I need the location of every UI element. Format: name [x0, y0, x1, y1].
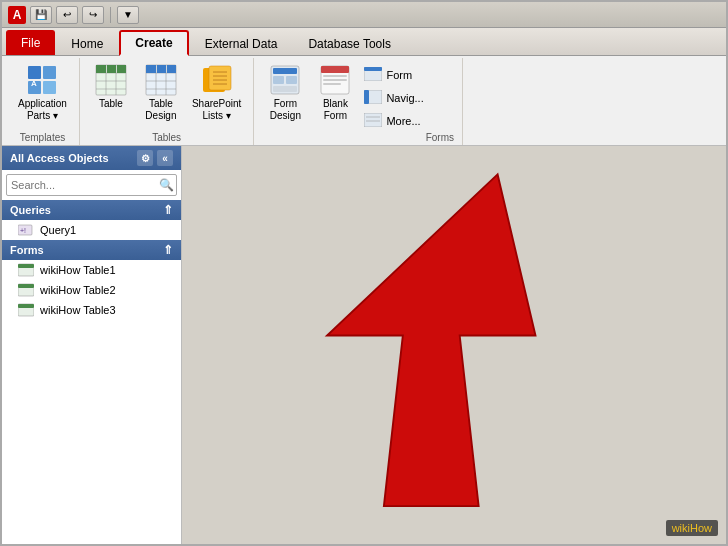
redo-button[interactable]: ↪	[82, 6, 104, 24]
navigation-row-button[interactable]: Navig...	[362, 87, 425, 109]
ribbon-group-templates: A ApplicationParts ▾ Templates	[6, 58, 80, 145]
svg-rect-43	[364, 113, 382, 127]
templates-label: Templates	[20, 132, 66, 143]
svg-rect-13	[117, 65, 126, 73]
app-parts-icon: A	[26, 64, 58, 96]
wikihow-table2-label: wikiHow Table2	[40, 284, 116, 296]
queries-label: Queries	[10, 204, 51, 216]
wikihow-table3-item[interactable]: wikiHow Table3	[2, 300, 181, 320]
tab-database-tools[interactable]: Database Tools	[293, 32, 406, 55]
table-button[interactable]: Table	[88, 62, 134, 112]
svg-rect-36	[323, 75, 347, 77]
table-design-button[interactable]: TableDesign	[138, 62, 184, 124]
blank-form-button[interactable]: BlankForm	[312, 62, 358, 124]
nav-collapse-icon[interactable]: «	[157, 150, 173, 166]
search-bar: 🔍	[6, 174, 177, 196]
queries-section-header[interactable]: Queries ⇑	[2, 200, 181, 220]
form-design-button[interactable]: FormDesign	[262, 62, 308, 124]
nav-pane-header[interactable]: All Access Objects ⚙ «	[2, 146, 181, 170]
forms-nav-label: Forms	[10, 244, 44, 256]
table-label: Table	[99, 98, 123, 110]
sharepoint-lists-button[interactable]: SharePointLists ▾	[188, 62, 245, 124]
blank-form-label: BlankForm	[323, 98, 348, 122]
nav-pane: All Access Objects ⚙ « 🔍 Queries ⇑	[2, 146, 182, 544]
svg-rect-51	[18, 284, 34, 288]
more-forms-icon	[364, 113, 382, 129]
svg-rect-12	[107, 65, 116, 73]
ribbon-group-forms: FormDesign BlankForm	[254, 58, 463, 145]
svg-rect-3	[43, 81, 56, 94]
query1-item[interactable]: +! Query1	[2, 220, 181, 240]
blank-form-icon	[319, 64, 351, 96]
svg-rect-37	[323, 79, 347, 81]
nav-header-label: All Access Objects	[10, 152, 109, 164]
save-button[interactable]: 💾	[30, 6, 52, 24]
search-input[interactable]	[7, 177, 156, 193]
tab-home[interactable]: Home	[56, 32, 118, 55]
form-design-icon	[269, 64, 301, 96]
svg-rect-35	[321, 66, 349, 73]
svg-rect-49	[18, 264, 34, 268]
table-design-icon	[145, 64, 177, 96]
svg-rect-11	[96, 65, 106, 73]
customize-button[interactable]: ▼	[117, 6, 139, 24]
svg-rect-0	[28, 66, 41, 79]
nav-filter-icon[interactable]: ⚙	[137, 150, 153, 166]
search-button[interactable]: 🔍	[156, 175, 176, 195]
svg-rect-22	[167, 65, 176, 73]
navigation-label: Navig...	[386, 92, 423, 104]
undo-button[interactable]: ↩	[56, 6, 78, 24]
svg-rect-1	[43, 66, 56, 79]
more-forms-row-button[interactable]: More...	[362, 110, 425, 132]
form-row-icon	[364, 67, 382, 83]
svg-marker-55	[327, 174, 535, 506]
access-window: A 💾 ↩ ↪ ▼ File Home Create External Data…	[0, 0, 728, 546]
form-label: Form	[386, 69, 412, 81]
forms-section-header[interactable]: Forms ⇑	[2, 240, 181, 260]
app-icon: A	[8, 6, 26, 24]
queries-chevron: ⇑	[163, 203, 173, 217]
separator	[110, 7, 111, 23]
app-parts-button[interactable]: A ApplicationParts ▾	[14, 62, 71, 124]
tab-file[interactable]: File	[6, 30, 55, 55]
svg-rect-30	[273, 68, 297, 74]
content-area: wikiHow	[182, 146, 726, 544]
svg-rect-33	[273, 86, 297, 92]
svg-rect-21	[157, 65, 166, 73]
more-forms-label: More...	[386, 115, 420, 127]
ribbon-body: A ApplicationParts ▾ Templates	[2, 56, 726, 146]
wikihow-prefix: wiki	[672, 522, 690, 534]
tab-external-data[interactable]: External Data	[190, 32, 293, 55]
svg-rect-40	[364, 67, 382, 71]
svg-rect-31	[273, 76, 284, 84]
sharepoint-icon	[201, 64, 233, 96]
forms-group-label: Forms	[426, 130, 454, 145]
wikihow-suffix: How	[690, 522, 712, 534]
form-item-icon-2	[18, 283, 34, 297]
form-item-icon-1	[18, 263, 34, 277]
wikihow-table2-item[interactable]: wikiHow Table2	[2, 280, 181, 300]
svg-rect-24	[209, 66, 231, 90]
tab-create[interactable]: Create	[119, 30, 188, 56]
form-row-button[interactable]: Form	[362, 64, 425, 86]
forms-chevron: ⇑	[163, 243, 173, 257]
svg-text:A: A	[31, 79, 37, 88]
form-item-icon-3	[18, 303, 34, 317]
app-parts-label: ApplicationParts ▾	[18, 98, 67, 122]
svg-marker-54	[327, 174, 535, 506]
tables-label: Tables	[152, 132, 181, 143]
svg-rect-32	[286, 76, 297, 84]
ribbon-tabs: File Home Create External Data Database …	[2, 28, 726, 56]
svg-rect-20	[146, 65, 156, 73]
table-icon	[95, 64, 127, 96]
table-design-label: TableDesign	[145, 98, 176, 122]
svg-rect-53	[18, 304, 34, 308]
wikihow-table3-label: wikiHow Table3	[40, 304, 116, 316]
wikihow-table1-item[interactable]: wikiHow Table1	[2, 260, 181, 280]
main-area: All Access Objects ⚙ « 🔍 Queries ⇑	[2, 146, 726, 544]
sharepoint-lists-label: SharePointLists ▾	[192, 98, 241, 122]
ribbon-group-tables: Table	[80, 58, 254, 145]
navigation-icon	[364, 90, 382, 106]
query-icon: +!	[18, 223, 34, 237]
wikihow-badge: wikiHow	[666, 520, 718, 536]
